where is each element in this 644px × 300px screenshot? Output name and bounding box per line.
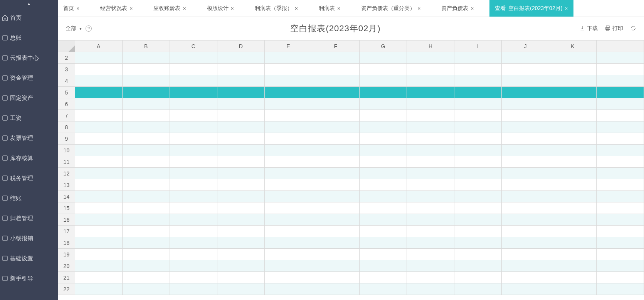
cell[interactable] xyxy=(407,64,454,75)
cell[interactable] xyxy=(501,52,549,64)
cell[interactable] xyxy=(454,64,501,75)
cell[interactable] xyxy=(501,121,549,133)
cell[interactable] xyxy=(170,64,217,75)
cell[interactable] xyxy=(312,191,359,202)
cell[interactable] xyxy=(312,133,359,145)
cell[interactable] xyxy=(217,87,264,98)
cell[interactable] xyxy=(217,179,264,191)
cell[interactable] xyxy=(312,283,359,295)
cell[interactable] xyxy=(75,214,122,226)
cell[interactable] xyxy=(122,249,170,260)
cell[interactable] xyxy=(501,214,549,226)
cell[interactable] xyxy=(122,110,170,121)
cell[interactable] xyxy=(454,283,501,295)
cell[interactable] xyxy=(596,226,644,237)
cell[interactable] xyxy=(596,249,644,260)
cell[interactable] xyxy=(454,226,501,237)
column-header-I[interactable]: I xyxy=(454,40,501,52)
close-icon[interactable]: × xyxy=(471,5,474,12)
cell[interactable] xyxy=(217,75,264,87)
cell[interactable] xyxy=(170,121,217,133)
cell[interactable] xyxy=(170,52,217,64)
cell[interactable] xyxy=(170,133,217,145)
cell[interactable] xyxy=(549,75,596,87)
cell[interactable] xyxy=(312,87,359,98)
cell[interactable] xyxy=(264,64,312,75)
cell[interactable] xyxy=(312,52,359,64)
cell[interactable] xyxy=(122,64,170,75)
cell[interactable] xyxy=(264,145,312,156)
cell[interactable] xyxy=(170,145,217,156)
cell[interactable] xyxy=(312,214,359,226)
cell[interactable] xyxy=(454,191,501,202)
cell[interactable] xyxy=(596,52,644,64)
close-icon[interactable]: × xyxy=(231,5,234,12)
cell[interactable] xyxy=(75,133,122,145)
row-header-18[interactable]: 18 xyxy=(58,237,75,249)
column-header-D[interactable]: D xyxy=(217,40,264,52)
cell[interactable] xyxy=(359,226,407,237)
cell[interactable] xyxy=(217,121,264,133)
cell[interactable] xyxy=(454,75,501,87)
refresh-button[interactable] xyxy=(630,25,636,32)
cell[interactable] xyxy=(407,110,454,121)
cell[interactable] xyxy=(75,110,122,121)
cell[interactable] xyxy=(549,272,596,283)
sidebar-item-0[interactable]: 首页 xyxy=(0,8,58,28)
cell[interactable] xyxy=(549,64,596,75)
cell[interactable] xyxy=(454,98,501,110)
cell[interactable] xyxy=(596,168,644,179)
cell[interactable] xyxy=(264,121,312,133)
cell[interactable] xyxy=(407,179,454,191)
cell[interactable] xyxy=(217,64,264,75)
cell[interactable] xyxy=(217,168,264,179)
cell[interactable] xyxy=(501,168,549,179)
cell[interactable] xyxy=(596,121,644,133)
cell[interactable] xyxy=(359,64,407,75)
cell[interactable] xyxy=(217,283,264,295)
print-button[interactable]: 打印 xyxy=(605,25,623,32)
row-header-16[interactable]: 16 xyxy=(58,214,75,226)
cell[interactable] xyxy=(359,202,407,214)
cell[interactable] xyxy=(217,237,264,249)
column-header-G[interactable]: G xyxy=(359,40,407,52)
cell[interactable] xyxy=(454,156,501,168)
cell[interactable] xyxy=(359,52,407,64)
cell[interactable] xyxy=(359,237,407,249)
cell[interactable] xyxy=(312,202,359,214)
row-header-11[interactable]: 11 xyxy=(58,156,75,168)
row-header-4[interactable]: 4 xyxy=(58,75,75,87)
cell[interactable] xyxy=(596,110,644,121)
cell[interactable] xyxy=(217,260,264,272)
cell[interactable] xyxy=(596,145,644,156)
sidebar-item-10[interactable]: 归档管理 xyxy=(0,208,58,228)
cell[interactable] xyxy=(407,283,454,295)
cell[interactable] xyxy=(501,283,549,295)
cell[interactable] xyxy=(501,145,549,156)
cell[interactable] xyxy=(596,202,644,214)
cell[interactable] xyxy=(454,249,501,260)
row-header-21[interactable]: 21 xyxy=(58,272,75,283)
cell[interactable] xyxy=(122,191,170,202)
cell[interactable] xyxy=(75,52,122,64)
cell[interactable] xyxy=(501,75,549,87)
tab-0[interactable]: 首页× xyxy=(58,0,85,17)
close-icon[interactable]: × xyxy=(183,5,186,12)
row-header-2[interactable]: 2 xyxy=(58,52,75,64)
cell[interactable] xyxy=(501,133,549,145)
cell[interactable] xyxy=(549,156,596,168)
row-header-22[interactable]: 22 xyxy=(58,283,75,295)
row-header-5[interactable]: 5 xyxy=(58,87,75,98)
cell[interactable] xyxy=(407,133,454,145)
sidebar-item-8[interactable]: 税务管理 xyxy=(0,168,58,188)
cell[interactable] xyxy=(170,75,217,87)
cell[interactable] xyxy=(312,145,359,156)
cell[interactable] xyxy=(549,179,596,191)
sidebar-item-9[interactable]: 结账 xyxy=(0,188,58,208)
row-header-15[interactable]: 15 xyxy=(58,202,75,214)
cell[interactable] xyxy=(264,214,312,226)
cell[interactable] xyxy=(501,272,549,283)
row-header-9[interactable]: 9 xyxy=(58,133,75,145)
cell[interactable] xyxy=(170,272,217,283)
tab-4[interactable]: 利润表（季报）× xyxy=(249,0,303,17)
